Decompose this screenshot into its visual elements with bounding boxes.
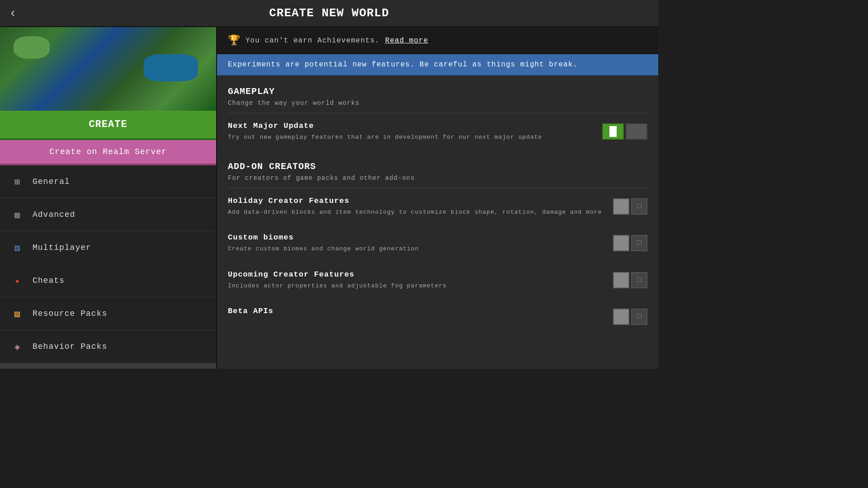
read-more-link[interactable]: Read more — [385, 37, 428, 45]
sidebar-item-label-multiplayer: Multiplayer — [33, 243, 91, 252]
advanced-icon: ▦ — [9, 206, 25, 223]
next-major-update-desc: Try out new gameplay features that are i… — [228, 133, 593, 142]
sidebar-item-general[interactable]: ⊞ General — [0, 165, 216, 198]
toggle-on-part[interactable] — [602, 123, 624, 140]
holiday-creator-checkbox[interactable]: □ — [613, 198, 647, 215]
page-title: CREATE NEW WORLD — [269, 6, 389, 20]
sidebar-item-behavior-packs[interactable]: ◈ Behavior Packs — [0, 330, 216, 363]
sidebar-item-advanced[interactable]: ▦ Advanced — [0, 198, 216, 231]
sidebar-item-multiplayer[interactable]: ⚄ Multiplayer — [0, 231, 216, 264]
sidebar-item-label-cheats: Cheats — [33, 276, 65, 285]
gameplay-section-header: GAMEPLAY Change the way your world works — [217, 75, 658, 113]
custom-biomes-text: Custom biomes Create custom biomes and c… — [228, 233, 604, 253]
custom-biomes-setting: Custom biomes Create custom biomes and c… — [217, 225, 658, 262]
upcoming-creator-setting: Upcoming Creator Features Includes actor… — [217, 262, 658, 299]
addon-creators-desc: For creators of game packs and other add… — [228, 174, 647, 182]
checkbox-dark-biomes[interactable]: □ — [631, 235, 647, 251]
toggle-off-part[interactable] — [626, 123, 647, 140]
custom-biomes-desc: Create custom biomes and change world ge… — [228, 244, 604, 253]
gameplay-section-title: GAMEPLAY — [228, 86, 647, 97]
sidebar-item-cheats[interactable]: ✦ Cheats — [0, 264, 216, 297]
experiments-warning-text: Experiments are potential new features. … — [228, 61, 578, 69]
cheats-icon: ✦ — [9, 272, 25, 289]
checkbox-light-biomes[interactable] — [613, 235, 629, 251]
sidebar-item-label-behavior-packs: Behavior Packs — [33, 342, 107, 351]
holiday-creator-text: Holiday Creator Features Add data-driven… — [228, 197, 604, 217]
world-preview-image — [0, 27, 216, 111]
next-major-update-setting: Next Major Update Try out new gameplay f… — [217, 113, 658, 150]
general-icon: ⊞ — [9, 174, 25, 190]
achievement-text: You can't earn Achievements. — [245, 37, 380, 45]
upcoming-creator-checkbox[interactable]: □ — [613, 272, 647, 288]
sidebar-navigation: ⊞ General ▦ Advanced ⚄ Multiplayer ✦ Che… — [0, 165, 216, 369]
upcoming-creator-text: Upcoming Creator Features Includes actor… — [228, 270, 604, 291]
header: ‹ CREATE NEW WORLD — [0, 0, 658, 27]
beta-apis-checkbox[interactable]: □ — [613, 309, 647, 325]
next-major-update-title: Next Major Update — [228, 122, 593, 130]
beta-apis-title: Beta APIs — [228, 307, 604, 315]
holiday-creator-setting: Holiday Creator Features Add data-driven… — [217, 188, 658, 225]
next-major-update-text: Next Major Update Try out new gameplay f… — [228, 122, 593, 142]
multiplayer-icon: ⚄ — [9, 239, 25, 256]
next-major-update-toggle[interactable] — [602, 123, 647, 140]
sidebar-item-label-general: General — [33, 177, 70, 186]
toggle-on-inner — [609, 126, 617, 137]
beta-apis-setting: Beta APIs □ — [217, 299, 658, 333]
sidebar-item-resource-packs[interactable]: ▨ Resource Packs — [0, 297, 216, 330]
realm-server-button[interactable]: Create on Realm Server — [0, 140, 216, 165]
achievement-banner: 🏆 You can't earn Achievements. Read more — [217, 27, 658, 54]
resource-packs-icon: ▨ — [9, 305, 25, 322]
content-area: 🏆 You can't earn Achievements. Read more… — [217, 27, 658, 369]
addon-creators-title: ADD-ON CREATORS — [228, 161, 647, 172]
experiments-warning-banner: Experiments are potential new features. … — [217, 54, 658, 75]
back-button[interactable]: ‹ — [9, 6, 17, 20]
gameplay-section-desc: Change the way your world works — [228, 99, 647, 107]
upcoming-creator-desc: Includes actor properties and adjustable… — [228, 282, 604, 291]
create-button[interactable]: CREATE — [0, 111, 216, 140]
checkbox-light-holiday[interactable] — [613, 198, 629, 215]
checkbox-dark-upcoming[interactable]: □ — [631, 272, 647, 288]
beta-apis-text: Beta APIs — [228, 307, 604, 318]
sidebar-item-label-resource-packs: Resource Packs — [33, 309, 107, 318]
checkbox-light-beta[interactable] — [613, 309, 629, 325]
checkbox-dark-holiday[interactable]: □ — [631, 198, 647, 215]
addon-creators-section-header: ADD-ON CREATORS For creators of game pac… — [217, 150, 658, 188]
sidebar: CREATE Create on Realm Server ⊞ General … — [0, 27, 217, 369]
checkbox-dark-beta[interactable]: □ — [631, 309, 647, 325]
holiday-creator-title: Holiday Creator Features — [228, 197, 604, 205]
holiday-creator-desc: Add data-driven blocks and item technolo… — [228, 208, 604, 217]
checkbox-light-upcoming[interactable] — [613, 272, 629, 288]
main-layout: CREATE Create on Realm Server ⊞ General … — [0, 27, 658, 369]
custom-biomes-checkbox[interactable]: □ — [613, 235, 647, 251]
upcoming-creator-title: Upcoming Creator Features — [228, 270, 604, 279]
sidebar-item-experiments[interactable]: ⚙ Experiments — [0, 363, 216, 369]
custom-biomes-title: Custom biomes — [228, 233, 604, 242]
behavior-packs-icon: ◈ — [9, 338, 25, 355]
achievement-icon: 🏆 — [228, 34, 240, 47]
sidebar-item-label-advanced: Advanced — [33, 210, 75, 219]
